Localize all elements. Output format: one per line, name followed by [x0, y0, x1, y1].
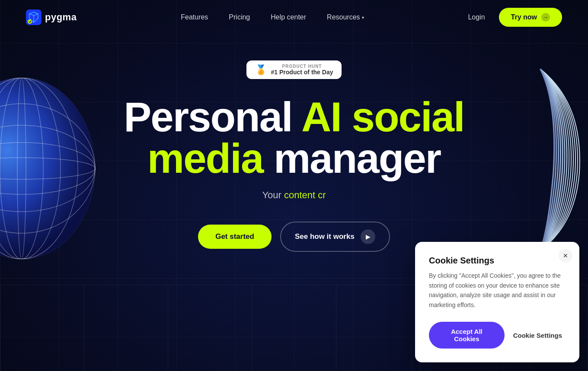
cookie-settings-button[interactable]: Cookie Settings [510, 326, 566, 345]
navbar: pygma Features Pricing Help center Resou… [0, 0, 588, 35]
nav-links: Features Pricing Help center Resources ▾ [181, 13, 364, 21]
cookie-body: By clicking "Accept All Cookies", you ag… [429, 271, 566, 310]
cookie-actions: Accept All Cookies Cookie Settings [429, 322, 566, 349]
svg-point-11 [28, 19, 32, 24]
hero-section: 🏅 PRODUCT HUNT #1 Product of the Day Per… [0, 35, 588, 252]
headline-ai-social: AI social [301, 94, 464, 140]
try-now-button[interactable]: Try now → [499, 8, 562, 27]
grid-col-5 [336, 285, 420, 371]
logo-text: pygma [45, 12, 77, 23]
accept-cookies-button[interactable]: Accept All Cookies [429, 322, 505, 349]
medal-icon: 🏅 [255, 64, 267, 76]
grid-col-3 [168, 285, 252, 371]
product-hunt-badge: 🏅 PRODUCT HUNT #1 Product of the Day [246, 60, 342, 79]
cookie-banner: ✕ Cookie Settings By clicking "Accept Al… [415, 242, 579, 362]
cookie-close-button[interactable]: ✕ [559, 249, 572, 263]
nav-link-help[interactable]: Help center [271, 13, 306, 21]
play-icon: ▶ [361, 229, 375, 244]
hero-subtitle: Your content cr [262, 190, 326, 201]
grid-col-4 [252, 285, 336, 371]
cookie-title: Cookie Settings [429, 256, 566, 266]
headline-personal: Personal [124, 94, 292, 140]
logo[interactable]: pygma [26, 10, 77, 25]
chevron-down-icon: ▾ [362, 15, 364, 20]
cta-group: Get started See how it works ▶ [198, 222, 390, 252]
nav-right: Login Try now → [468, 8, 562, 27]
headline-manager: manager [274, 135, 441, 181]
nav-link-pricing[interactable]: Pricing [229, 13, 250, 21]
hero-headline: Personal AI social media manager [124, 96, 464, 179]
arrow-right-icon: → [541, 13, 550, 22]
nav-link-features[interactable]: Features [181, 13, 208, 21]
ph-badge-text: PRODUCT HUNT #1 Product of the Day [271, 64, 333, 76]
grid-col-1 [0, 285, 84, 371]
get-started-button[interactable]: Get started [198, 225, 272, 249]
logo-icon [26, 10, 42, 25]
grid-col-2 [84, 285, 168, 371]
see-how-button[interactable]: See how it works ▶ [280, 222, 390, 252]
headline-media: media [147, 135, 263, 181]
nav-link-resources[interactable]: Resources ▾ [327, 13, 364, 21]
login-link[interactable]: Login [468, 13, 485, 21]
